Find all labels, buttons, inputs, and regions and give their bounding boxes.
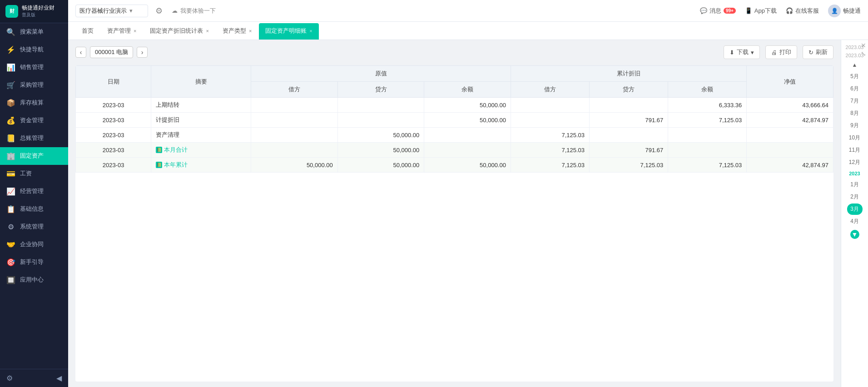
timeline-month-4[interactable]: 4月 [841, 216, 868, 227]
timeline-scroll-up[interactable]: ▲ [841, 60, 868, 70]
table-row: 42,874.97 [747, 158, 833, 173]
experience-btn[interactable]: ☁ 我要体验一下 [172, 7, 216, 15]
timeline-month-9[interactable]: 9月 [841, 120, 868, 131]
table-row: 43,666.64 [747, 98, 833, 113]
table-row: 50,000.00 [337, 128, 424, 143]
timeline-close-icon[interactable]: ✕ [861, 42, 866, 49]
table-row: 791.67 [590, 113, 668, 128]
download-icon: 📱 [745, 7, 752, 14]
message-icon: 💬 [700, 7, 707, 14]
table-row: 7,125.03 [668, 158, 747, 173]
sidebar-item-salary[interactable]: 💳 工资 [0, 165, 68, 183]
timeline-month-6[interactable]: 6月 [841, 83, 868, 94]
table-row [511, 98, 589, 113]
table-row: 791.67 [590, 143, 668, 158]
timeline-month-3-active[interactable]: 3月 [847, 203, 863, 215]
timeline-month-8[interactable]: 8月 [841, 108, 868, 119]
table-row [747, 143, 833, 158]
ledger-icon: 📒 [6, 134, 15, 143]
refresh-btn[interactable]: ↻ 刷新 [803, 45, 833, 59]
timeline-month-1[interactable]: 1月 [841, 179, 868, 190]
salary-icon: 💳 [6, 169, 15, 178]
table-row: 上期结转 [151, 98, 251, 113]
col-acc-debit: 借方 [511, 82, 589, 98]
next-asset-btn[interactable]: › [137, 47, 148, 58]
tab-asset-mgmt[interactable]: 资产管理 × [101, 23, 143, 40]
table-row [337, 113, 424, 128]
main-panel: ‹ 000001 电脑 › ⬇ 下载 ▾ 🖨 打印 [68, 40, 841, 387]
timeline-month-10[interactable]: 10月 [841, 132, 868, 144]
tab-asset-type[interactable]: 资产类型 × [216, 23, 258, 40]
tab-asset-ledger[interactable]: 固定资产明细账 × [259, 23, 318, 40]
sidebar-item-quicknav[interactable]: ⚡ 快捷导航 [0, 41, 68, 59]
sidebar-item-ledger[interactable]: 📒 总账管理 [0, 129, 68, 147]
timeline-panel: ✕ ⤡ 2023.03 2023.03 ▲ 5月 6月 7月 8月 9月 10月… [841, 40, 868, 387]
table-row [251, 143, 338, 158]
sales-icon: 📊 [6, 63, 15, 72]
tab-asset-mgmt-close[interactable]: × [134, 28, 136, 34]
sidebar-menu: 🔍 搜索菜单 ⚡ 快捷导航 📊 销售管理 🛒 采购管理 📦 库存核算 💰 资金管… [0, 23, 68, 369]
sidebar-item-inventory[interactable]: 📦 库存核算 [0, 94, 68, 112]
tab-depreciation-stat[interactable]: 固定资产折旧统计表 × [144, 23, 215, 40]
company-selector[interactable]: 医疗器械行业演示 ▾ [75, 5, 148, 17]
col-orig-credit: 贷方 [337, 82, 424, 98]
timeline-month-5[interactable]: 5月 [841, 71, 868, 82]
sidebar-item-purchase[interactable]: 🛒 采购管理 [0, 76, 68, 94]
avatar: 👤 [828, 5, 841, 17]
sidebar-item-system[interactable]: ⚙ 系统管理 [0, 218, 68, 236]
table-row [251, 98, 338, 113]
guide-icon: 🎯 [6, 258, 15, 267]
col-acc-credit: 贷方 [590, 82, 668, 98]
table-row: 7,125.03 [511, 128, 589, 143]
sidebar-item-capital[interactable]: 💰 资金管理 [0, 112, 68, 129]
timeline-year-2023[interactable]: 2023 [841, 169, 868, 178]
sidebar-settings-icon[interactable]: ⚙ [6, 374, 13, 382]
tab-depreciation-stat-close[interactable]: × [206, 28, 208, 34]
timeline-month-2[interactable]: 2月 [841, 191, 868, 203]
download-btn[interactable]: 📱 App下载 [745, 7, 777, 15]
sidebar-item-search[interactable]: 🔍 搜索菜单 [0, 23, 68, 41]
sidebar-item-ops[interactable]: 📈 经营管理 [0, 183, 68, 200]
timeline-expand-icon[interactable]: ⤡ [861, 50, 866, 57]
prev-asset-btn[interactable]: ‹ [75, 47, 86, 58]
service-btn[interactable]: 🎧 在线客服 [786, 7, 819, 15]
table-row [424, 128, 511, 143]
message-btn[interactable]: 💬 消息 99+ [700, 7, 736, 15]
sidebar-item-guide[interactable]: 🎯 新手引导 [0, 253, 68, 271]
collab-icon: 🤝 [6, 240, 15, 249]
sidebar-item-collab[interactable]: 🤝 企业协同 [0, 236, 68, 253]
tab-home[interactable]: 首页 [75, 23, 100, 40]
table-row: 📗本年累计 [151, 158, 251, 173]
sidebar-toggle-icon[interactable]: ◀ [56, 374, 62, 382]
topbar: 医疗器械行业演示 ▾ ⚙ ☁ 我要体验一下 💬 消息 99+ 📱 App下载 🎧… [68, 0, 868, 22]
timeline-month-11[interactable]: 11月 [841, 144, 868, 156]
table-row: 2023-03 [76, 143, 151, 158]
table-row [337, 98, 424, 113]
sidebar-item-basic[interactable]: 📋 基础信息 [0, 200, 68, 218]
apps-icon: 🔲 [6, 276, 15, 284]
sidebar-item-apps[interactable]: 🔲 应用中心 [0, 271, 68, 289]
table-row: 42,874.97 [747, 113, 833, 128]
topbar-settings-icon[interactable]: ⚙ [155, 6, 163, 16]
table-row: 2023-03 [76, 158, 151, 173]
tab-asset-type-close[interactable]: × [249, 28, 252, 34]
prev-arrow-icon: ‹ [80, 49, 82, 56]
fixed-icon: 🏢 [6, 152, 15, 160]
message-badge: 99+ [724, 8, 736, 14]
sidebar-item-fixed[interactable]: 🏢 固定资产 [0, 147, 68, 165]
download-btn[interactable]: ⬇ 下载 ▾ [724, 45, 760, 59]
user-btn[interactable]: 👤 畅捷通 [828, 5, 861, 17]
sidebar-item-sales[interactable]: 📊 销售管理 [0, 59, 68, 76]
ledger-table: 日期 摘要 原值 累计折旧 净值 借方 贷方 余额 借方 贷方 余额 [75, 65, 833, 173]
asset-code: 000001 电脑 [90, 46, 133, 58]
print-btn[interactable]: 🖨 打印 [765, 45, 797, 59]
timeline-scroll-down[interactable]: ▼ [850, 230, 859, 239]
capital-icon: 💰 [6, 116, 15, 125]
timeline-month-12[interactable]: 12月 [841, 157, 868, 168]
table-row: 资产清理 [151, 128, 251, 143]
search-icon: 🔍 [6, 28, 15, 36]
table-row: 7,125.03 [511, 143, 589, 158]
timeline-month-7[interactable]: 7月 [841, 95, 868, 107]
tab-asset-ledger-close[interactable]: × [309, 28, 312, 34]
sidebar-logo: 财 畅捷通好业财 普及版 [0, 0, 68, 23]
